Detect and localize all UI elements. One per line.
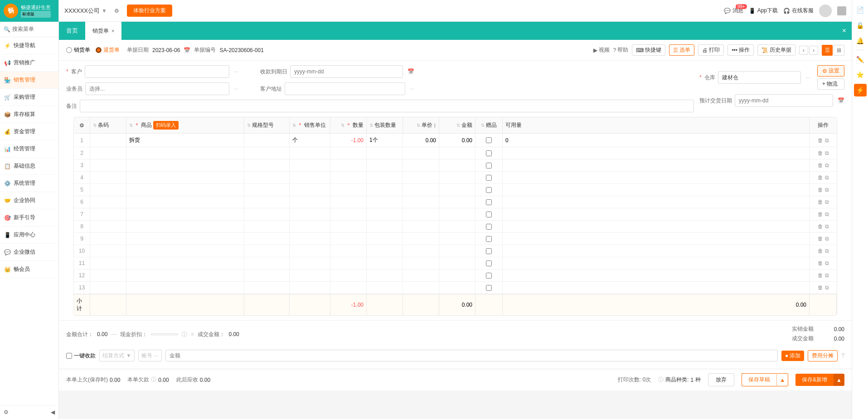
abandon-button[interactable]: 放弃 <box>708 373 734 386</box>
td-product[interactable] <box>126 245 244 257</box>
save-new-button[interactable]: 保存&新增 <box>795 374 834 386</box>
view-list[interactable]: ☰ <box>822 45 833 56</box>
radio-sale[interactable]: 销货单 <box>66 46 90 54</box>
td-product[interactable] <box>126 208 244 220</box>
operate-btn[interactable]: ••• 操作 <box>727 44 754 56</box>
delete-icon[interactable]: 🗑 <box>818 260 823 266</box>
gift-checkbox[interactable] <box>486 163 492 169</box>
calendar-icon[interactable]: 📅 <box>184 47 190 53</box>
expected-delivery-calendar[interactable]: 📅 <box>838 97 844 104</box>
gift-checkbox[interactable] <box>486 224 492 230</box>
panel-item-5[interactable]: ⭐ <box>854 68 867 81</box>
td-row1-qty[interactable]: -1.00 <box>330 134 367 147</box>
td-spec[interactable] <box>244 221 290 232</box>
settlement-method-select[interactable]: 结算方式 ▼ <box>99 350 135 361</box>
payment-due-input[interactable] <box>290 65 403 78</box>
user-avatar[interactable] <box>819 5 832 17</box>
td-product[interactable] <box>126 184 244 196</box>
td-qty[interactable] <box>330 221 367 232</box>
salesperson-dots[interactable]: ··· <box>234 86 238 92</box>
delete-icon[interactable]: 🗑 <box>818 284 823 291</box>
topbar-gear-icon[interactable]: ⚙ <box>111 5 123 17</box>
gift-checkbox[interactable] <box>486 187 492 193</box>
customer-dots[interactable]: ··· <box>234 68 238 75</box>
one-click-payment-checkbox[interactable] <box>66 353 72 359</box>
sidebar-item-sys[interactable]: ⚙️ 系统管理 <box>0 175 58 192</box>
td-barcode[interactable] <box>90 233 126 245</box>
td-unit[interactable] <box>290 147 330 159</box>
salesperson-input[interactable] <box>85 82 229 95</box>
td-unit[interactable] <box>290 208 330 220</box>
copy-icon[interactable]: ⧉ <box>825 248 829 254</box>
gift-checkbox[interactable] <box>486 212 492 217</box>
td-unit[interactable] <box>290 184 330 196</box>
delete-icon[interactable]: 🗑 <box>818 137 823 144</box>
td-qty[interactable] <box>330 172 367 183</box>
td-unit[interactable] <box>290 196 330 208</box>
td-product[interactable] <box>126 282 244 294</box>
td-product[interactable] <box>126 147 244 159</box>
td-unit[interactable] <box>290 270 330 281</box>
delete-icon[interactable]: 🗑 <box>818 248 823 254</box>
td-pkg[interactable] <box>367 245 403 257</box>
delete-icon[interactable]: 🗑 <box>818 150 823 156</box>
shortcuts-btn[interactable]: ⌨ 快捷键 <box>632 44 665 56</box>
td-spec[interactable] <box>244 196 290 208</box>
company-dropdown-icon[interactable]: ▼ <box>102 8 107 14</box>
expected-delivery-input[interactable] <box>735 94 833 107</box>
copy-icon[interactable]: ⧉ <box>825 150 829 156</box>
td-barcode[interactable] <box>90 208 126 220</box>
delete-icon[interactable]: 🗑 <box>818 236 823 242</box>
warehouse-dots[interactable]: ··· <box>805 74 810 81</box>
td-row1-spec[interactable] <box>244 134 290 147</box>
td-qty[interactable] <box>330 147 367 159</box>
td-barcode[interactable] <box>90 245 126 257</box>
panel-item-1[interactable]: 📄 <box>854 4 867 16</box>
select-btn[interactable]: ☰ 选单 <box>669 44 694 56</box>
td-gift[interactable] <box>475 208 503 220</box>
td-qty[interactable] <box>330 270 367 281</box>
td-qty[interactable] <box>330 257 367 269</box>
sidebar-item-marketing[interactable]: 📢 营销推广 <box>0 54 58 72</box>
td-unit[interactable] <box>290 172 330 183</box>
customer-addr-dots[interactable]: ··· <box>410 86 414 92</box>
sidebar-item-quick-nav[interactable]: ⚡ 快捷导航 <box>0 37 58 54</box>
copy-icon[interactable]: ⧉ <box>825 223 829 230</box>
amount-input[interactable] <box>165 350 778 361</box>
td-price[interactable] <box>403 147 439 159</box>
td-spec[interactable] <box>244 159 290 171</box>
panel-item-3[interactable]: 🔔 <box>854 34 867 47</box>
save-new-chevron[interactable]: ▲ <box>834 374 844 386</box>
td-pkg[interactable] <box>367 221 403 232</box>
delete-icon[interactable]: 🗑 <box>818 187 823 193</box>
delete-icon[interactable]: 🗑 <box>818 199 823 205</box>
td-unit[interactable] <box>290 257 330 269</box>
print-btn[interactable]: 🖨 打印 <box>698 44 724 56</box>
td-unit[interactable] <box>290 233 330 245</box>
settings-btn[interactable]: ⚙ 设置 <box>817 65 844 77</box>
sidebar-item-enterprise-coop[interactable]: 🤝 企业协同 <box>0 192 58 209</box>
td-pkg[interactable] <box>367 208 403 220</box>
td-gift[interactable] <box>475 184 503 196</box>
td-barcode[interactable] <box>90 282 126 294</box>
td-product[interactable] <box>126 196 244 208</box>
td-product[interactable] <box>126 159 244 171</box>
copy-icon[interactable]: ⧉ <box>825 162 829 169</box>
td-barcode[interactable] <box>90 257 126 269</box>
td-barcode[interactable] <box>90 172 126 183</box>
td-qty[interactable] <box>330 208 367 220</box>
th-settings[interactable]: ⚙ <box>74 117 90 133</box>
td-unit[interactable] <box>290 159 330 171</box>
td-product[interactable] <box>126 270 244 281</box>
tab-active[interactable]: 销货单 × <box>85 22 121 40</box>
td-product[interactable] <box>126 172 244 183</box>
td-unit[interactable] <box>290 282 330 294</box>
customer-input[interactable] <box>85 65 229 78</box>
delete-icon[interactable]: 🗑 <box>818 223 823 230</box>
sidebar-settings-icon[interactable]: ⚙ <box>4 409 9 415</box>
td-product[interactable] <box>126 233 244 245</box>
delete-icon[interactable]: 🗑 <box>818 174 823 181</box>
payment-due-calendar[interactable]: 📅 <box>407 68 414 75</box>
radio-return-input[interactable] <box>96 47 102 53</box>
copy-icon[interactable]: ⧉ <box>825 236 829 242</box>
